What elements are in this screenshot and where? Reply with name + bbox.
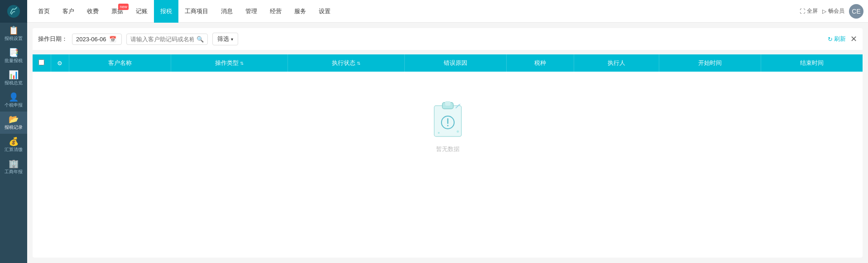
nav-items: 首页客户收费票据new记账报税工商项目消息管理经营服务设置 [32,0,800,23]
sidebar-item-baoshui-jilu[interactable]: 📂 报税记录 [0,112,27,134]
search-input[interactable] [130,36,194,43]
sidebar-item-huisuan-jiaona[interactable]: 💰 汇算清缴 [0,134,27,156]
nav-label-xiaoxi: 消息 [221,7,233,15]
nav-label-jingying: 经营 [270,7,282,15]
avatar-text: CE [852,8,860,15]
th-error-reason: 错误原因 [404,54,507,72]
nav-item-bao-shui[interactable]: 报税 [154,0,178,23]
empty-text: 暂无数据 [436,145,460,153]
page-content: 操作日期： 2023-06-06 📅 🔍 筛选 ▾ ↻ 刷新 ✕ [27,23,868,263]
nav-label-fuwu: 服务 [294,7,306,15]
nav-label-bao-shui: 报税 [160,7,172,15]
filter-button[interactable]: 筛选 ▾ [212,33,238,45]
filter-label: 筛选 [217,35,229,43]
sidebar-label-baoshui-zonglан: 报税总览 [5,80,23,86]
nav-item-piao-ju[interactable]: 票据new [105,0,129,23]
search-box[interactable]: 🔍 [126,34,208,45]
video-icon: ▷ [822,8,826,15]
nav-label-guanli: 管理 [245,7,257,15]
empty-state: 暂无数据 [33,72,863,180]
refresh-label: 刷新 [834,35,846,43]
sidebar-icon-gongshang-nianbao: 🏢 [9,160,19,168]
nav-item-gongshang-xiangmu[interactable]: 工商项目 [178,0,215,23]
column-settings-icon[interactable]: ⚙ [57,60,62,67]
sidebar-label-geshuishenb: 个税申报 [5,102,23,108]
sidebar-item-piliang-baoshui[interactable]: 📑 批量报税 [0,45,27,67]
date-value: 2023-06-06 [76,36,106,43]
logo-icon [7,5,20,18]
nav-item-guanli[interactable]: 管理 [239,0,264,23]
sidebar-icon-geshuishenb: 👤 [9,93,19,101]
empty-state-illustration [430,99,466,140]
sidebar-item-geshuishenb[interactable]: 👤 个税申报 [0,89,27,112]
sidebar-icon-baoshui-zonglан: 📊 [9,71,19,79]
svg-rect-3 [445,101,451,106]
date-label: 操作日期： [38,35,67,43]
topnav-right: ⛶ 全屏 ▷ 畅会员 CE [800,4,863,19]
svg-point-8 [456,131,459,133]
toolbar: 操作日期： 2023-06-06 📅 🔍 筛选 ▾ ↻ 刷新 ✕ [33,28,863,50]
sidebar-label-baoshui-jilu: 报税记录 [5,125,23,130]
nav-label-gongshang-xiangmu: 工商项目 [185,7,208,15]
select-all-checkbox[interactable] [38,59,44,65]
refresh-button[interactable]: ↻ 刷新 [828,35,846,43]
table-header-row: ⚙客户名称操作类型⇅执行状态⇅错误原因税种执行人开始时间结束时间 [33,54,863,72]
sidebar-label-huisuan-jiaona: 汇算清缴 [5,147,23,152]
table-body: 暂无数据 [33,72,863,180]
member-label: 畅会员 [828,7,844,15]
sidebar-label-baoshui-shezhi: 报税设置 [5,36,23,41]
th-executor: 执行人 [574,54,659,72]
data-table: ⚙客户名称操作类型⇅执行状态⇅错误原因税种执行人开始时间结束时间 [33,54,863,258]
nav-badge-piao-ju: new [118,4,129,10]
sidebar-icon-baoshui-jilu: 📂 [9,115,19,123]
nav-item-kehu[interactable]: 客户 [56,0,81,23]
sort-icon-exec-status: ⇅ [357,61,360,66]
sidebar-icon-piliang-baoshui: 📑 [9,49,19,57]
sidebar-icon-huisuan-jiaona: 💰 [9,137,19,146]
avatar[interactable]: CE [849,4,863,19]
th-exec-status[interactable]: 执行状态⇅ [288,54,404,72]
th-start-time: 开始时间 [659,54,761,72]
nav-item-xiaoxi[interactable]: 消息 [215,0,239,23]
th-tax-type: 税种 [507,54,574,72]
th-operation-type[interactable]: 操作类型⇅ [171,54,288,72]
member-button[interactable]: ▷ 畅会员 [822,7,844,15]
date-picker[interactable]: 2023-06-06 📅 [72,34,122,45]
svg-point-7 [438,132,440,134]
sidebar-label-gongshang-nianbao: 工商年报 [5,169,23,175]
toolbar-right: ↻ 刷新 ✕ [828,35,857,43]
svg-point-0 [7,5,20,18]
fullscreen-button[interactable]: ⛶ 全屏 [800,7,818,15]
nav-item-shezhi[interactable]: 设置 [312,0,337,23]
nav-item-shoufei[interactable]: 收费 [81,0,105,23]
chevron-down-icon: ▾ [231,37,233,42]
fullscreen-icon: ⛶ [800,8,805,15]
refresh-icon: ↻ [828,36,833,43]
th-settings: ⚙ [51,54,69,72]
svg-point-6 [447,125,448,127]
close-button[interactable]: ✕ [850,35,857,43]
main-content: 首页客户收费票据new记账报税工商项目消息管理经营服务设置 ⛶ 全屏 ▷ 畅会员… [27,0,868,263]
sidebar-item-gongshang-nianbao[interactable]: 🏢 工商年报 [0,156,27,178]
top-navigation: 首页客户收费票据new记账报税工商项目消息管理经营服务设置 ⛶ 全屏 ▷ 畅会员… [27,0,868,23]
th-checkbox [33,54,51,72]
nav-label-shouye: 首页 [38,7,50,15]
nav-label-shoufei: 收费 [87,7,99,15]
nav-item-fuwu[interactable]: 服务 [288,0,312,23]
search-icon: 🔍 [197,36,204,43]
nav-item-shouye[interactable]: 首页 [32,0,56,23]
nav-label-kehu: 客户 [62,7,74,15]
calendar-icon: 📅 [109,36,116,43]
sidebar-item-baoshui-zonglан[interactable]: 📊 报税总览 [0,67,27,89]
sidebar-icon-baoshui-shezhi: 📋 [9,26,19,34]
th-client-name: 客户名称 [69,54,171,72]
th-end-time: 结束时间 [761,54,863,72]
nav-item-jingying[interactable]: 经营 [264,0,288,23]
fullscreen-label: 全屏 [807,7,818,15]
sort-icon-operation-type: ⇅ [240,61,244,66]
nav-label-ji-zhang: 记账 [136,7,148,15]
nav-label-shezhi: 设置 [319,7,331,15]
sidebar: 📋 报税设置📑 批量报税📊 报税总览👤 个税申报📂 报税记录💰 汇算清缴🏢 工商… [0,0,27,263]
sidebar-item-baoshui-shezhi[interactable]: 📋 报税设置 [0,23,27,45]
nav-item-ji-zhang[interactable]: 记账 [129,0,154,23]
